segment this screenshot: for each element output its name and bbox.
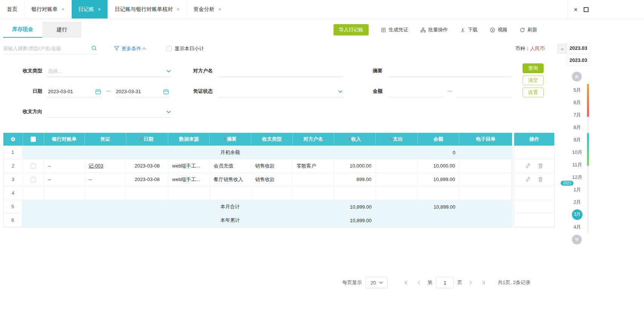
settings-button[interactable]: 设置 [523,88,544,97]
party-input[interactable] [219,66,343,77]
account-tabs: 库存现金 建行 [3,22,81,38]
checkbox[interactable] [31,137,36,142]
amount-max-input[interactable] [456,86,511,97]
journal-table: 银行对账单 凭证 *日期 数据来源 *摘要 收支类型 对方户名 *收入 *支出 … [3,133,555,227]
date-to-field[interactable] [115,86,170,97]
timeline-month[interactable]: 6月 [567,96,588,109]
timeline-period[interactable]: 2023.03 [567,42,590,54]
ops-cell [514,173,554,186]
timeline-collapse-icon[interactable]: » [558,44,567,54]
tab-fund-analysis[interactable]: 资金分析 × [186,0,228,18]
amount-separator: — [447,88,452,94]
tab-journal[interactable]: 日记账 × [71,0,108,18]
row-checkbox[interactable] [31,163,36,169]
summary-input[interactable] [389,66,511,77]
page-number-input[interactable] [436,277,453,288]
date-from-input[interactable] [48,89,95,94]
row-checkbox[interactable] [31,177,36,182]
month-total-balance: 10,899.00 [418,200,459,214]
amount-min-input[interactable] [389,86,443,97]
tab-home[interactable]: 首页 [0,0,24,18]
calendar-icon[interactable] [163,89,169,95]
tab-bank-statement[interactable]: 银行对账单 × [24,0,71,18]
timeline-scrollbar-thumb-cool[interactable] [587,133,589,166]
amount-min-field[interactable] [389,89,443,94]
timeline-month[interactable]: 11月 [567,158,588,171]
timeline-scroll-down-icon[interactable] [572,235,582,244]
table-row[interactable]: 3 -- -- 2023-03-08 web端手工... 餐厅销售收入 销售收款… [3,173,512,186]
prev-page-icon[interactable] [415,280,424,286]
cell-summary: 会员充值 [210,159,251,173]
voucher-link[interactable]: 记-003 [89,163,103,169]
more-conditions-toggle[interactable]: 更多条件 [114,45,146,52]
timeline-scrollbar-thumb-warm[interactable] [587,84,589,117]
timeline-scroll-up-icon[interactable] [572,72,582,81]
tab-label: 日记账 [78,6,94,13]
last-page-icon[interactable] [479,280,488,286]
timeline-month-active[interactable]: 3月 [567,208,588,221]
cell-voucher: -- [85,173,126,186]
timeline-month[interactable]: 9月 [567,134,588,146]
cell-income: 10,000.00 [334,159,376,173]
amount-label: 金额 [340,88,383,95]
summary-input-field[interactable] [389,68,510,74]
tab-journal-bank-check[interactable]: 日记账与银行对账单核对 × [108,0,186,18]
type-label: 收支类型 [0,68,42,74]
header-summary: *摘要 [210,133,251,146]
timeline-month[interactable]: 7月 [567,109,588,121]
download-button[interactable]: 下载 [460,26,478,33]
timeline-month[interactable]: 2月 [567,196,588,208]
batch-operations-button[interactable]: 批量操作 [420,26,448,33]
tab-close-icon[interactable]: × [218,7,221,12]
query-button[interactable]: 查询 [523,63,544,73]
select-all-checkbox[interactable] [23,133,44,146]
timeline-month[interactable]: 10月 [567,146,588,158]
timeline-month[interactable]: 5月 [567,84,588,96]
link-icon[interactable] [525,163,531,169]
cell-source: web端手工... [168,159,210,173]
party-label: 对方户名 [171,68,213,74]
month-total-label: 本月合计 [209,200,251,214]
next-page-icon[interactable] [466,280,475,286]
header-bank-statement: 银行对账单 [44,133,85,146]
search-input[interactable] [3,46,91,51]
timeline-month[interactable]: 8月 [567,121,588,134]
fullscreen-icon[interactable] [584,7,589,12]
import-journal-button[interactable]: 导入日记账 [334,24,369,35]
video-button[interactable]: 视频 [490,26,507,33]
subtab-ccb[interactable]: 建行 [42,22,81,38]
clear-button[interactable]: 清空 [523,75,544,85]
checkbox[interactable] [166,46,172,51]
type-select[interactable]: 选择... [47,66,172,77]
tab-close-icon[interactable]: × [177,7,180,12]
cell-type: 销售收款 [251,159,293,173]
close-icon[interactable]: × [574,6,578,13]
generate-voucher-button[interactable]: 生成凭证 [381,26,408,33]
party-input-field[interactable] [220,68,343,74]
date-from-field[interactable] [47,86,102,97]
delete-icon[interactable] [538,163,543,169]
column-settings-gear-icon[interactable] [3,133,23,146]
voucher-status-select[interactable] [219,86,343,97]
subtab-cash[interactable]: 库存现金 [3,22,42,38]
timeline-month[interactable]: 4月 [567,221,588,233]
per-page-select[interactable]: 20 [366,277,387,288]
table-row[interactable]: 2 -- 记-003 2023-03-08 web端手工... 会员充值 销售收… [3,159,512,173]
tab-close-icon[interactable]: × [98,7,101,12]
delete-icon[interactable] [538,177,543,182]
currency-value[interactable]: 人民币 [530,46,545,51]
calendar-icon[interactable] [95,89,101,95]
link-icon[interactable] [525,177,531,182]
tab-close-icon[interactable]: × [61,7,65,12]
timeline-period-selector[interactable]: 2023.03 [567,54,590,66]
refresh-button[interactable]: 刷新 [520,26,537,33]
batch-icon [420,27,426,33]
direction-select[interactable] [47,106,172,118]
date-to-input[interactable] [116,89,163,94]
ops-cell [514,214,554,227]
show-daily-subtotal-checkbox[interactable]: 显示本日小计 [166,45,204,52]
search-icon[interactable] [91,45,97,52]
first-page-icon[interactable] [402,280,411,286]
amount-max-field[interactable] [457,89,510,94]
filter-buttons: 查询 清空 设置 [523,63,544,97]
